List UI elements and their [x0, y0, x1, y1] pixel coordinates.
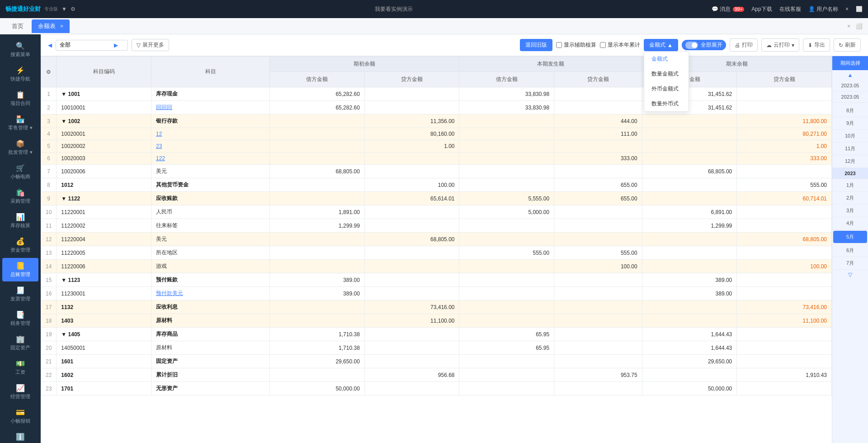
row-debit-close: 389.00 [642, 287, 737, 300]
show-year-checkbox[interactable] [600, 42, 606, 48]
row-name[interactable]: 累计折旧 [151, 368, 270, 382]
row-name[interactable]: 原材料 [151, 314, 270, 328]
row-name[interactable]: 其他货币资金 [151, 178, 270, 192]
search-arrow-icon[interactable]: ▶ [114, 42, 118, 48]
amount-option-qty-foreign[interactable]: 数量外币式 [644, 96, 689, 111]
search-input[interactable] [60, 42, 114, 48]
period-up-btn[interactable]: ▲ [832, 70, 868, 80]
amount-option-qty-amount[interactable]: 数量金额式 [644, 67, 689, 81]
period-2023-05-a[interactable]: 2023.05 [832, 80, 868, 91]
message-btn[interactable]: 💬 消息 99+ [712, 5, 744, 13]
row-name[interactable]: 12 [151, 128, 270, 140]
sidebar-item-retail[interactable]: 🏪 零售管理 ▾ [2, 111, 38, 135]
demo-link[interactable]: 我要看实例演示 [375, 5, 413, 13]
window-close-icon[interactable]: × [845, 6, 849, 12]
row-name[interactable]: 应收利息 [151, 300, 270, 314]
window-restore-btn[interactable]: ⬜ [856, 23, 863, 29]
app-edition: 专业版 [44, 6, 58, 12]
row-name[interactable]: 固定资产 [151, 355, 270, 368]
amount-type-dropdown[interactable]: 金额式 ▲ 金额式 数量金额式 外币金额式 数量外币式 [644, 39, 678, 51]
period-9[interactable]: 9月 [832, 117, 868, 130]
period-2[interactable]: 2月 [832, 192, 868, 205]
sidebar-item-invoice[interactable]: 🧾 发票管理 [2, 282, 38, 306]
table-row: 3▼ 1002银行存款11,356.00444.0011,800.00 [41, 114, 832, 128]
sidebar-item-ecommerce[interactable]: 🛒 小畅电商 [2, 160, 38, 184]
left-arrow-icon[interactable]: ◀ [48, 42, 52, 48]
row-code: 1403 [57, 314, 151, 328]
period-8[interactable]: 8月 [832, 105, 868, 117]
row-name[interactable]: 122 [151, 152, 270, 165]
row-name[interactable]: 无形资产 [151, 382, 270, 395]
row-credit-open [364, 382, 459, 395]
table-row: 12 11220004美元68,805.0068,805.00 [41, 233, 832, 246]
period-6[interactable]: 6月 [832, 244, 868, 257]
row-name[interactable]: 回回回 [151, 101, 270, 114]
period-3[interactable]: 3月 [832, 205, 868, 217]
export-btn[interactable]: ⬇ 导出 [803, 38, 830, 52]
return-old-btn[interactable]: 退回旧版 [520, 39, 552, 51]
col-subject-header: 科目 [151, 57, 270, 87]
sidebar-item-capital[interactable]: 💰 资金管理 [2, 233, 38, 257]
sidebar-item-ops[interactable]: 📈 经营管理 [2, 380, 38, 404]
row-name[interactable]: 预付款美元 [151, 287, 270, 300]
window-maximize-icon[interactable]: ⬜ [856, 6, 863, 12]
period-4[interactable]: 4月 [832, 217, 868, 230]
row-credit-curr: 555.00 [554, 246, 642, 260]
show-assist-checkbox[interactable] [556, 42, 562, 48]
row-credit-close: 73,416.00 [737, 300, 832, 314]
amount-option-amount[interactable]: 金额式 [644, 52, 689, 67]
sidebar-item-quick[interactable]: ⚡ 快捷导航 [2, 62, 38, 86]
amount-type-btn[interactable]: 金额式 ▲ [644, 39, 678, 51]
period-7[interactable]: 7月 [832, 257, 868, 270]
table-row: 1▼ 1001库存现金65,282.6033,830.9831,451.62 [41, 87, 832, 101]
sidebar-item-inventory[interactable]: 📊 库存核算 [2, 209, 38, 233]
sidebar-item-project[interactable]: 📋 项目合同 [2, 87, 38, 110]
period-down-btn[interactable]: ▽ [832, 270, 868, 280]
period-11[interactable]: 11月 [832, 143, 868, 155]
expand-all-toggle[interactable]: 全部展开 [682, 40, 726, 50]
row-code: ▼ 1122 [57, 192, 151, 205]
sidebar-item-tax[interactable]: 📑 税务管理 [2, 307, 38, 330]
table-row: 21 1601固定资产29,650.0029,650.00 [41, 355, 832, 368]
period-10[interactable]: 10月 [832, 130, 868, 143]
tab-close-icon[interactable]: × [60, 23, 64, 29]
sidebar-item-assets[interactable]: 🏢 固定资产 [2, 331, 38, 355]
row-credit-close: 333.00 [737, 152, 832, 165]
expand-btn[interactable]: ▽ 展开更多 [132, 39, 169, 51]
amount-option-foreign[interactable]: 外币金额式 [644, 81, 689, 96]
sidebar-item-ledger[interactable]: 📒 总账管理 [2, 258, 38, 281]
tab-balance[interactable]: 余额表 × [32, 19, 70, 33]
retail-icon: 🏪 [4, 115, 37, 124]
col-settings-header[interactable]: ⚙ [41, 57, 57, 87]
app-download-btn[interactable]: App下载 [751, 5, 772, 13]
window-close-btn[interactable]: × [847, 23, 850, 29]
show-year-label[interactable]: 显示本年累计 [600, 41, 640, 49]
online-service-btn[interactable]: 在线客服 [779, 5, 801, 13]
row-name: 库存现金 [151, 87, 270, 101]
table-row: 17 1132应收利息73,416.0073,416.00 [41, 300, 832, 314]
period-5[interactable]: 5月 [833, 231, 867, 243]
sidebar-item-base[interactable]: ℹ️ 基础信息 [2, 429, 38, 443]
sidebar-item-reports[interactable]: 💳 小畅报销 [2, 405, 38, 428]
gear-icon[interactable]: ⚙ [71, 6, 75, 12]
print-btn[interactable]: 🖨 打印 [730, 38, 758, 52]
cloud-print-btn[interactable]: ☁ 云打印 ▾ [761, 38, 799, 52]
row-debit-curr [459, 128, 554, 140]
row-name[interactable]: 23 [151, 140, 270, 152]
user-avatar[interactable]: 👤 用户名称 [808, 5, 838, 13]
tab-home[interactable]: 首页 [5, 19, 30, 33]
refresh-btn[interactable]: ↻ 刷新 [834, 38, 861, 52]
row-number: 2 [41, 101, 57, 114]
period-1[interactable]: 1月 [832, 179, 868, 192]
nav-dropdown[interactable]: ▼ [61, 6, 67, 12]
period-2023-05-b[interactable]: 2023.05 [832, 91, 868, 103]
sidebar-item-wholesale[interactable]: 📦 批发管理 ▾ [2, 136, 38, 159]
period-12[interactable]: 12月 [832, 155, 868, 168]
show-assist-label[interactable]: 显示辅助核算 [556, 41, 596, 49]
row-code: 11220002 [57, 219, 151, 233]
table-row: 7 10020006美元68,805.0068,805.00 [41, 165, 832, 178]
sidebar-item-payroll[interactable]: 💵 工资 [2, 356, 38, 379]
period-2023[interactable]: 2023 [832, 168, 868, 179]
sidebar-item-search[interactable]: 🔍 搜索菜单 [2, 38, 38, 62]
sidebar-item-purchase[interactable]: 🛍️ 采购管理 [2, 185, 38, 208]
